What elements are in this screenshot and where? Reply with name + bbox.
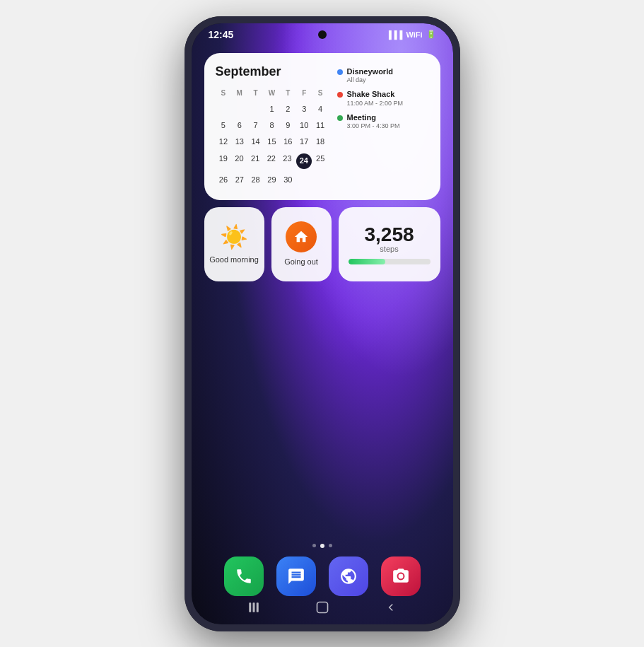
dock-phone-app[interactable] bbox=[224, 556, 264, 596]
event-time-3: 3:00 PM - 4:30 PM bbox=[347, 122, 400, 131]
cal-week-5: 26 27 28 29 30 bbox=[216, 173, 329, 187]
dock-messages-app[interactable] bbox=[276, 556, 316, 596]
calendar-today: 24 bbox=[296, 153, 312, 169]
cal-header-t1: T bbox=[247, 86, 264, 100]
svg-point-0 bbox=[398, 573, 403, 578]
event-title-2: Shake Shack bbox=[347, 90, 404, 99]
cal-week-2: 5 6 7 8 9 10 11 bbox=[216, 118, 329, 133]
event-shake-shack: Shake Shack 11:00 AM - 2:00 PM bbox=[337, 90, 429, 107]
event-title-3: Meeting bbox=[347, 113, 400, 122]
steps-progress-bar-background bbox=[349, 259, 431, 264]
calendar-month: September bbox=[216, 64, 329, 79]
event-time-1: All day bbox=[347, 76, 393, 85]
weather-label: Good morning bbox=[209, 255, 259, 264]
calendar-widget[interactable]: September S M T W T F S bbox=[204, 53, 440, 201]
signal-icon: ▐▐▐ bbox=[386, 30, 402, 39]
steps-progress-bar-fill bbox=[349, 259, 385, 264]
event-time-2: 11:00 AM - 2:00 PM bbox=[347, 100, 404, 108]
nav-bar bbox=[192, 596, 453, 622]
event-meeting: Meeting 3:00 PM - 4:30 PM bbox=[337, 113, 429, 131]
event-dot-blue bbox=[337, 69, 343, 75]
sun-icon: ☀️ bbox=[220, 223, 248, 250]
mode-label: Going out bbox=[284, 257, 318, 267]
steps-widget[interactable]: 3,258 steps bbox=[339, 207, 440, 281]
dock-browser-app[interactable] bbox=[329, 556, 368, 596]
page-dot-1 bbox=[312, 544, 316, 547]
calendar-grid: S M T W T F S 1 2 bbox=[216, 86, 329, 188]
weather-widget[interactable]: ☀️ Good morning bbox=[204, 207, 264, 281]
page-indicators bbox=[312, 544, 332, 548]
wifi-icon: WiFi bbox=[406, 30, 422, 39]
calendar-left: September S M T W T F S bbox=[216, 64, 329, 190]
event-dot-green bbox=[337, 115, 343, 121]
svg-rect-3 bbox=[256, 602, 258, 612]
cal-week-3: 12 13 14 15 16 17 18 bbox=[216, 134, 329, 149]
status-icons: ▐▐▐ WiFi 🔋 bbox=[386, 30, 436, 39]
event-dot-red bbox=[337, 92, 343, 98]
bottom-widgets-row: ☀️ Good morning Going out 3,258 steps bbox=[204, 207, 440, 281]
calendar-header-row: S M T W T F S bbox=[216, 86, 329, 100]
battery-icon: 🔋 bbox=[426, 30, 436, 39]
cal-header-s1: S bbox=[216, 86, 232, 100]
cal-header-w: W bbox=[264, 86, 280, 100]
steps-count: 3,258 bbox=[364, 225, 414, 245]
svg-rect-2 bbox=[252, 602, 254, 612]
nav-recent-button[interactable] bbox=[240, 598, 267, 619]
status-time: 12:45 bbox=[209, 29, 234, 40]
phone-device: 12:45 ▐▐▐ WiFi 🔋 September S M T bbox=[185, 16, 460, 631]
home-mode-icon bbox=[286, 221, 317, 252]
svg-rect-4 bbox=[317, 602, 327, 612]
cal-header-m: M bbox=[231, 86, 247, 100]
page-dot-2-active bbox=[320, 544, 324, 548]
cal-header-s2: S bbox=[312, 86, 329, 100]
svg-rect-1 bbox=[249, 602, 251, 612]
calendar-events: Disneyworld All day Shake Shack 11:00 AM… bbox=[337, 64, 429, 190]
steps-label: steps bbox=[380, 245, 398, 253]
cal-header-f: F bbox=[296, 86, 312, 100]
cal-header-t2: T bbox=[280, 86, 296, 100]
page-dot-3 bbox=[329, 544, 332, 547]
app-dock bbox=[192, 556, 453, 596]
cal-week-1: 1 2 3 4 bbox=[216, 102, 329, 117]
nav-back-button[interactable] bbox=[377, 598, 404, 619]
phone-screen: 12:45 ▐▐▐ WiFi 🔋 September S M T bbox=[192, 23, 453, 624]
cal-week-4: 19 20 21 22 23 24 25 bbox=[216, 151, 329, 171]
event-disneyworld: Disneyworld All day bbox=[337, 67, 429, 85]
nav-home-button[interactable] bbox=[308, 598, 336, 620]
camera-notch bbox=[318, 30, 327, 39]
dock-camera-app[interactable] bbox=[381, 556, 421, 596]
mode-widget[interactable]: Going out bbox=[271, 207, 332, 281]
widgets-area: September S M T W T F S bbox=[204, 53, 440, 282]
event-title-1: Disneyworld bbox=[347, 67, 393, 76]
